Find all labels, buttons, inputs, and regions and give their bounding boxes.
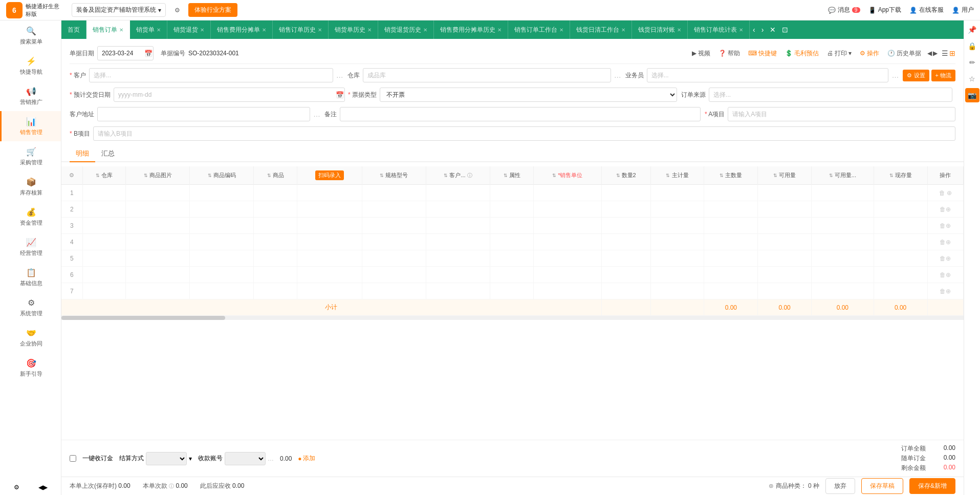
right-edit-icon[interactable]: ✏ [965, 55, 979, 70]
row-spec[interactable] [362, 185, 426, 201]
sidebar-item-enterprise[interactable]: 🤝 企业协同 [0, 322, 61, 353]
sidebar-item-finance[interactable]: 💰 资金管理 [0, 202, 61, 232]
list-view-icon[interactable]: ☰ [942, 49, 948, 57]
method-select[interactable] [146, 452, 187, 465]
delete-icon[interactable]: 🗑 [940, 239, 946, 246]
right-camera-icon[interactable]: 📷 [965, 88, 979, 102]
tab-expand-icon[interactable]: ⊡ [779, 20, 791, 39]
copy-icon[interactable]: ⊕ [946, 255, 951, 262]
delete-icon[interactable]: 🗑 [940, 222, 946, 229]
tab-order-history[interactable]: 销售订单历史 ✕ [273, 20, 329, 39]
view-btn[interactable]: ▶ 视频 [690, 48, 712, 59]
warehouse-input[interactable] [363, 68, 611, 82]
a-project-input[interactable] [728, 107, 955, 121]
tab-next-icon[interactable]: › [758, 20, 767, 39]
industry-button[interactable]: 体验行业方案 [188, 3, 237, 17]
address-more-icon[interactable]: … [313, 110, 320, 118]
save-new-button[interactable]: 保存&新增 [909, 478, 955, 494]
sidebar-collapse-icon[interactable]: ◀▶ [38, 484, 48, 491]
row-warehouse[interactable] [82, 185, 126, 201]
current-info-icon[interactable]: ⓘ [169, 483, 174, 489]
tab-detail[interactable]: 明细 [70, 146, 95, 162]
tab-close-icon[interactable]: ✕ [739, 27, 743, 33]
tab-prev-icon[interactable]: ‹ [750, 20, 758, 39]
sidebar-item-business[interactable]: 📈 经营管理 [0, 232, 61, 262]
account-select[interactable] [225, 452, 266, 465]
settings-icon[interactable]: ⚙ [170, 3, 184, 17]
sidebar-item-marketing[interactable]: 📢 营销推广 [0, 81, 61, 111]
row-main-qty[interactable] [704, 185, 758, 201]
tab-close-icon[interactable]: ✕ [621, 27, 625, 33]
delete-icon[interactable]: 🗑 [940, 255, 946, 262]
tab-close-icon[interactable]: ✕ [157, 27, 161, 33]
remark-input[interactable] [340, 107, 701, 121]
copy-icon[interactable]: ⊕ [947, 189, 952, 197]
operation-btn[interactable]: ⚙ 操作 [858, 48, 881, 59]
row-unit[interactable] [533, 185, 601, 201]
sidebar-item-search[interactable]: 🔍 搜索菜单 [0, 20, 61, 51]
system-selector[interactable]: 装备及固定资产辅助管理系统 ▾ [72, 3, 166, 17]
tab-summary[interactable]: 汇总 [95, 146, 121, 162]
tab-close-icon[interactable]: ✕ [423, 27, 427, 33]
tab-stats[interactable]: 销售订单统计表 ✕ [688, 20, 750, 39]
app-download-btn[interactable]: 📱 App下载 [868, 6, 901, 14]
history-btn[interactable]: 🕐 历史单据 [885, 48, 923, 59]
tab-more-icon[interactable]: ✕ [767, 20, 779, 39]
tab-close-icon[interactable]: ✕ [318, 27, 322, 33]
delete-icon[interactable]: 🗑 [940, 271, 946, 278]
tab-sales-goods[interactable]: 销货单 ✕ [130, 20, 167, 39]
table-scrollbar[interactable] [61, 316, 964, 320]
logistics-button[interactable]: + 物流 [931, 70, 955, 81]
one-click-checkbox[interactable] [70, 455, 76, 462]
tab-reconcile[interactable]: 钱货日清对账 ✕ [632, 20, 688, 39]
scan-button[interactable]: 扫码录入 [315, 170, 344, 180]
row-qty2[interactable] [601, 185, 650, 201]
tab-close-icon[interactable]: ✕ [677, 27, 681, 33]
right-lock-icon[interactable]: 🔒 [965, 39, 979, 53]
address-input[interactable] [97, 107, 310, 121]
tab-workbench[interactable]: 销售订单工作台 ✕ [508, 20, 570, 39]
sidebar-settings-icon[interactable]: ⚙ [14, 484, 19, 491]
online-service-btn[interactable]: 👤 在线客服 [909, 6, 944, 14]
tab-close-icon[interactable]: ✕ [367, 27, 372, 33]
prev-record-icon[interactable]: ◀ [927, 50, 932, 57]
row-goods[interactable] [254, 185, 297, 201]
row-main-unit[interactable] [650, 185, 704, 201]
sidebar-item-inventory[interactable]: 📦 库存核算 [0, 171, 61, 202]
discard-button[interactable]: 放弃 [825, 478, 855, 494]
sidebar-item-nav[interactable]: ⚡ 快捷导航 [0, 51, 61, 81]
tab-close-icon[interactable]: ✕ [559, 27, 563, 33]
row-customer-code[interactable] [426, 185, 490, 201]
shortcut-btn[interactable]: ⌨ 快捷键 [746, 48, 779, 59]
tab-home[interactable]: 首页 [61, 20, 86, 39]
business-more-icon[interactable]: … [891, 71, 899, 79]
sidebar-item-system[interactable]: ⚙ 系统管理 [0, 292, 61, 322]
copy-icon[interactable]: ⊕ [946, 288, 951, 295]
sidebar-item-guide[interactable]: 🎯 新手引导 [0, 353, 61, 383]
copy-icon[interactable]: ⊕ [946, 222, 951, 229]
column-settings-icon[interactable]: ⚙ [69, 172, 74, 178]
row-stock[interactable] [874, 185, 927, 201]
print-btn[interactable]: 🖨 打印 ▾ [825, 48, 854, 59]
row-scan[interactable] [297, 185, 362, 201]
col-settings[interactable]: ⚙ [61, 166, 82, 185]
customer-more-icon[interactable]: … [336, 71, 343, 79]
add-button[interactable]: ● 添加 [298, 454, 315, 463]
warehouse-more-icon[interactable]: … [614, 71, 621, 79]
help-btn[interactable]: ❓ 帮助 [716, 48, 742, 59]
delivery-calendar-icon[interactable]: 📅 [336, 91, 344, 99]
tab-return[interactable]: 销货退货 ✕ [167, 20, 211, 39]
tab-close-icon[interactable]: ✕ [200, 27, 204, 33]
invoice-select[interactable]: 不开票 [380, 88, 677, 102]
business-input[interactable] [647, 68, 889, 82]
tab-goods-history[interactable]: 销货单历史 ✕ [329, 20, 378, 39]
delete-icon[interactable]: 🗑 [939, 189, 945, 197]
copy-icon[interactable]: ⊕ [946, 271, 951, 278]
order-source-input[interactable] [709, 88, 952, 102]
row-available2[interactable] [812, 185, 874, 201]
tab-close-icon[interactable]: ✕ [119, 27, 123, 33]
tab-daily-clear[interactable]: 钱货日清工作台 ✕ [570, 20, 632, 39]
tab-return-history[interactable]: 销货退货历史 ✕ [378, 20, 434, 39]
save-draft-button[interactable]: 保存草稿 [861, 478, 903, 494]
next-record-icon[interactable]: ▶ [933, 50, 938, 57]
